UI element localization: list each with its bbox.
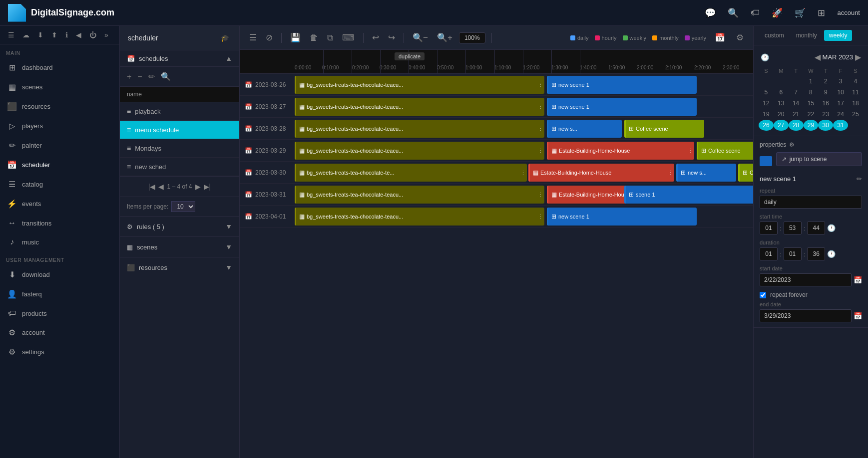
cal-day[interactable]: 8 — [804, 87, 819, 98]
start-date-input[interactable] — [760, 273, 852, 286]
zoom-out-btn[interactable]: 🔍− — [410, 31, 431, 44]
scenes-collapse-btn[interactable]: ▼ — [225, 243, 232, 251]
sidebar-item-fasterq[interactable]: 👤 fasterq — [0, 284, 119, 304]
dur-ss[interactable] — [807, 247, 825, 260]
prev-page-btn[interactable]: ◀ — [158, 183, 164, 191]
first-page-btn[interactable]: |◀ — [148, 183, 156, 191]
cal-day[interactable]: 23 — [818, 109, 833, 120]
sidebar-item-events[interactable]: ⚡ events — [0, 194, 119, 214]
block-2-2[interactable]: ⊞ new scene 1 — [547, 98, 697, 116]
cal-day[interactable]: 22 — [804, 109, 819, 120]
block-7-2[interactable]: ⊞ new scene 1 — [547, 208, 697, 226]
sidebar-item-scenes[interactable]: ▦ scenes — [0, 77, 119, 97]
block-3-2[interactable]: ⊞ new s... — [547, 120, 622, 138]
cal-day[interactable]: 12 — [759, 98, 774, 109]
handle-7-1[interactable]: ⋮ — [538, 214, 543, 220]
schedules-collapse-btn[interactable]: ▲ — [225, 54, 232, 62]
search-schedule-btn[interactable]: 🔍 — [161, 72, 171, 81]
rules-section-header[interactable]: ⚙ rules ( 5 ) ▼ — [120, 217, 239, 236]
sidebar-item-products[interactable]: 🏷 products — [0, 304, 119, 323]
trash-btn[interactable]: 🗑 — [307, 31, 321, 44]
sidebar-item-players[interactable]: ▷ players — [0, 116, 119, 136]
cal-day[interactable]: 15 — [804, 98, 819, 109]
items-per-page-select[interactable]: 10 25 50 — [171, 201, 195, 212]
cal-day[interactable]: 21 — [789, 109, 804, 120]
dur-mm[interactable] — [784, 247, 802, 260]
sidebar-tool-8[interactable]: » — [102, 30, 110, 40]
list-view-btn[interactable]: ☰ — [247, 31, 259, 44]
tab-weekly[interactable]: weekly — [824, 30, 853, 41]
cal-day-highlighted[interactable]: 29 — [804, 120, 819, 131]
calendar-view-btn[interactable]: 📅 — [712, 31, 728, 44]
block-4-1[interactable]: ▦ bg_sweets-treats-tea-chocolate-teacu..… — [295, 142, 544, 160]
rules-collapse-btn[interactable]: ▼ — [225, 223, 232, 230]
block-2-1[interactable]: ▦ bg_sweets-treats-tea-chocolate-teacu..… — [295, 98, 544, 116]
block-4-3[interactable]: ⊞ Coffee scene — [697, 142, 753, 160]
last-page-btn[interactable]: ▶| — [204, 183, 211, 191]
handle-3-1[interactable]: ⋮ — [538, 126, 543, 132]
block-6-3[interactable]: ⊞ scene 1 — [624, 186, 753, 204]
grid-icon[interactable]: ⊞ — [818, 7, 825, 18]
settings-view-btn[interactable]: ⚙ — [734, 31, 746, 44]
cal-day[interactable]: 16 — [818, 98, 833, 109]
sidebar-item-dashboard[interactable]: ⊞ dashboard — [0, 58, 119, 77]
sidebar-item-resources[interactable]: ⬛ resources — [0, 97, 119, 116]
sidebar-item-painter[interactable]: ✏ painter — [0, 136, 119, 155]
cal-day[interactable]: 1 — [804, 76, 819, 87]
search-icon[interactable]: 🔍 — [728, 7, 739, 18]
start-hh[interactable] — [760, 222, 778, 234]
scenes-section-header[interactable]: ▦ scenes ▼ — [120, 237, 239, 257]
handle-2-1[interactable]: ⋮ — [538, 104, 543, 110]
cal-day[interactable]: 18 — [848, 98, 863, 109]
resources-section-header[interactable]: ⬛ resources ▼ — [120, 257, 239, 277]
cal-day[interactable]: 2 — [818, 76, 833, 87]
sidebar-tool-2[interactable]: ☁ — [20, 30, 31, 40]
cal-day[interactable]: 17 — [833, 98, 848, 109]
copy-btn[interactable]: ⧉ — [325, 31, 336, 44]
block-1-2[interactable]: ⊞ new scene 1 — [547, 76, 697, 94]
start-date-cal-btn[interactable]: 📅 — [854, 276, 862, 284]
schedule-item-menu[interactable]: ≡ menu schedule — [120, 121, 239, 139]
block-6-1[interactable]: ▦ bg_sweets-treats-tea-chocolate-teacu..… — [295, 186, 544, 204]
schedule-item-mondays[interactable]: ≡ Mondays — [120, 139, 239, 158]
sidebar-item-transitions[interactable]: ↔ transitions — [0, 214, 119, 232]
cal-day[interactable]: 7 — [789, 87, 804, 98]
keyboard-btn[interactable]: ⌨ — [340, 31, 357, 44]
remove-schedule-btn[interactable]: − — [137, 72, 142, 81]
sidebar-item-music[interactable]: ♪ music — [0, 232, 119, 251]
clock-icon[interactable]: 🕐 — [761, 53, 769, 61]
cal-day[interactable] — [759, 76, 774, 87]
sidebar-tool-5[interactable]: ℹ — [63, 30, 70, 40]
tag-icon[interactable]: 🏷 — [751, 7, 760, 18]
block-7-1[interactable]: ▦ bg_sweets-treats-tea-chocolate-teacu..… — [295, 208, 544, 226]
end-date-cal-btn[interactable]: 📅 — [854, 312, 862, 320]
cal-day[interactable] — [774, 76, 789, 87]
block-5-3[interactable]: ⊞ new s... — [676, 164, 736, 182]
cal-day[interactable]: 5 — [759, 87, 774, 98]
handle-1-1[interactable]: ⋮ — [538, 82, 543, 88]
start-ss[interactable] — [807, 222, 825, 234]
ban-btn[interactable]: ⊘ — [263, 31, 275, 44]
schedule-item-newsched[interactable]: ≡ new sched — [120, 158, 239, 176]
cart-icon[interactable]: 🛒 — [795, 7, 806, 18]
undo-btn[interactable]: ↩ — [370, 31, 382, 44]
edit-schedule-btn[interactable]: ✏ — [148, 72, 155, 81]
cal-day[interactable]: 9 — [818, 87, 833, 98]
cal-day[interactable]: 19 — [759, 109, 774, 120]
block-1-1[interactable]: ▦ bg_sweets-treats-tea-chocolate-teacu..… — [295, 76, 544, 94]
cal-day-highlighted[interactable]: 28 — [789, 120, 804, 131]
sidebar-item-catalog[interactable]: ☰ catalog — [0, 175, 119, 194]
sidebar-tool-1[interactable]: ☰ — [6, 30, 16, 40]
jump-to-scene-btn[interactable]: ↗ jump to scene — [776, 152, 862, 166]
cal-day-highlighted[interactable]: 27 — [774, 120, 789, 131]
cal-day[interactable]: 25 — [848, 109, 863, 120]
next-page-btn[interactable]: ▶ — [195, 183, 201, 191]
account-button[interactable]: account — [837, 9, 860, 16]
block-5-1[interactable]: ▦ bg_sweets-treats-tea-chocolate-te... ⋮ — [295, 164, 527, 182]
block-4-2[interactable]: ▦ Estate-Building-Home-House ⋮ — [547, 142, 694, 160]
dur-hh[interactable] — [760, 247, 778, 260]
cal-day[interactable]: 4 — [848, 76, 863, 87]
repeat-input[interactable] — [760, 196, 862, 209]
cal-day-highlighted[interactable]: 26 — [759, 120, 774, 131]
cal-day[interactable] — [789, 76, 804, 87]
